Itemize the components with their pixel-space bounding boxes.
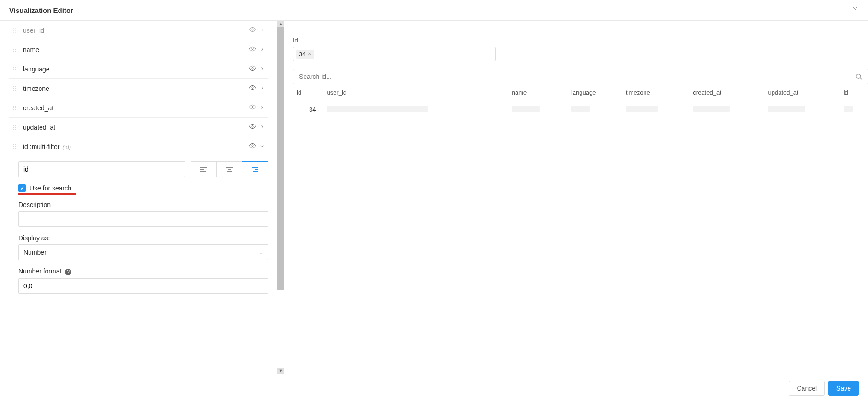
cell-name bbox=[508, 101, 568, 119]
col-updated-at[interactable]: updated_at bbox=[765, 84, 840, 101]
use-for-search-label: Use for search bbox=[29, 184, 71, 192]
filter-tag: 34 ✕ bbox=[296, 50, 314, 59]
search-input[interactable] bbox=[293, 69, 850, 84]
use-for-search-checkbox[interactable]: ✓ bbox=[18, 184, 26, 192]
drag-handle-icon[interactable] bbox=[13, 85, 18, 92]
field-label: id::multi-filter(id) bbox=[23, 143, 249, 150]
field-label: name bbox=[23, 46, 249, 53]
cell-updated-at bbox=[765, 101, 840, 119]
expanded-field-section: ✓ Use for search Description Display as:… bbox=[9, 156, 268, 307]
chevron-right-icon[interactable] bbox=[260, 105, 264, 111]
filter-label: Id bbox=[293, 37, 868, 44]
field-label: language bbox=[23, 65, 249, 73]
page-title: Visualization Editor bbox=[9, 6, 73, 14]
description-input[interactable] bbox=[18, 211, 268, 227]
header: Visualization Editor bbox=[0, 0, 868, 21]
filter-tag-input[interactable]: 34 ✕ bbox=[293, 47, 496, 61]
scroll-up-icon[interactable]: ▲ bbox=[277, 21, 284, 27]
cell-timezone bbox=[622, 101, 689, 119]
main: user_id name language timezone created_a… bbox=[0, 21, 868, 374]
cell-language bbox=[568, 101, 622, 119]
eye-icon[interactable] bbox=[249, 103, 256, 112]
field-label: updated_at bbox=[23, 124, 249, 131]
col-language[interactable]: language bbox=[568, 84, 622, 101]
svg-point-2 bbox=[252, 67, 253, 69]
col-created-at[interactable]: created_at bbox=[689, 84, 764, 101]
close-icon[interactable] bbox=[851, 6, 859, 15]
scrollbar[interactable]: ▲ ▼ bbox=[277, 21, 284, 374]
search-icon bbox=[855, 73, 862, 80]
scrollbar-thumb[interactable] bbox=[277, 27, 284, 290]
cell-user-id bbox=[323, 101, 508, 119]
help-icon[interactable]: ? bbox=[65, 269, 71, 275]
field-label: created_at bbox=[23, 104, 249, 112]
eye-icon[interactable] bbox=[249, 65, 256, 73]
cell-id: 34 bbox=[293, 101, 323, 119]
cell-id-2 bbox=[840, 101, 868, 119]
chevron-right-icon[interactable] bbox=[260, 124, 264, 131]
scroll-down-icon[interactable]: ▼ bbox=[277, 368, 284, 374]
align-left-button[interactable] bbox=[191, 161, 217, 177]
cell-created-at bbox=[689, 101, 764, 119]
col-id-2[interactable]: id bbox=[840, 84, 868, 101]
field-row-id-multi-filter[interactable]: id::multi-filter(id) bbox=[9, 137, 268, 156]
col-user-id[interactable]: user_id bbox=[323, 84, 508, 101]
chevron-right-icon[interactable] bbox=[260, 66, 264, 72]
align-group bbox=[191, 161, 268, 177]
chevron-down-icon[interactable] bbox=[260, 143, 264, 150]
field-row-user-id[interactable]: user_id bbox=[9, 21, 268, 40]
chevron-right-icon[interactable] bbox=[260, 85, 264, 92]
col-timezone[interactable]: timezone bbox=[622, 84, 689, 101]
col-name[interactable]: name bbox=[508, 84, 568, 101]
chevron-down-icon: ⌄ bbox=[259, 250, 263, 255]
number-format-label: Number format ? bbox=[18, 267, 268, 275]
description-label: Description bbox=[18, 201, 268, 208]
field-row-timezone[interactable]: timezone bbox=[9, 79, 268, 98]
checkmark-icon: ✓ bbox=[20, 185, 24, 191]
use-for-search-row[interactable]: ✓ Use for search bbox=[18, 184, 268, 192]
drag-handle-icon[interactable] bbox=[13, 65, 18, 73]
field-label: user_id bbox=[23, 27, 249, 34]
chevron-right-icon[interactable] bbox=[260, 27, 264, 34]
cancel-button[interactable]: Cancel bbox=[789, 381, 825, 396]
svg-point-6 bbox=[252, 145, 253, 147]
field-label: timezone bbox=[23, 85, 249, 92]
eye-icon[interactable] bbox=[249, 26, 256, 35]
field-row-created-at[interactable]: created_at bbox=[9, 98, 268, 118]
drag-handle-icon[interactable] bbox=[13, 143, 18, 150]
field-row-updated-at[interactable]: updated_at bbox=[9, 118, 268, 137]
svg-point-1 bbox=[252, 48, 253, 50]
left-panel: user_id name language timezone created_a… bbox=[0, 21, 277, 374]
search-button[interactable] bbox=[850, 69, 868, 84]
align-center-button[interactable] bbox=[217, 161, 242, 177]
eye-icon[interactable] bbox=[249, 84, 256, 93]
right-panel: Id 34 ✕ id user_id name language timezon… bbox=[284, 21, 868, 374]
field-row-name[interactable]: name bbox=[9, 40, 268, 59]
table-header-row: id user_id name language timezone create… bbox=[293, 84, 868, 101]
display-as-value: Number bbox=[23, 249, 47, 256]
eye-icon[interactable] bbox=[249, 142, 256, 151]
field-row-language[interactable]: language bbox=[9, 59, 268, 79]
svg-point-7 bbox=[856, 74, 861, 78]
drag-handle-icon[interactable] bbox=[13, 46, 18, 53]
results-table: id user_id name language timezone create… bbox=[293, 84, 868, 118]
eye-icon[interactable] bbox=[249, 123, 256, 131]
drag-handle-icon[interactable] bbox=[13, 124, 18, 131]
align-right-button[interactable] bbox=[242, 161, 268, 177]
eye-icon[interactable] bbox=[249, 45, 256, 54]
drag-handle-icon[interactable] bbox=[13, 104, 18, 112]
col-id[interactable]: id bbox=[293, 84, 323, 101]
svg-point-5 bbox=[252, 125, 253, 127]
field-name-input[interactable] bbox=[18, 161, 185, 177]
display-as-select[interactable]: Number ⌄ bbox=[18, 244, 268, 260]
save-button[interactable]: Save bbox=[828, 381, 859, 396]
display-as-label: Display as: bbox=[18, 234, 268, 242]
highlight-underline bbox=[18, 193, 76, 195]
svg-point-4 bbox=[252, 106, 253, 108]
remove-tag-icon[interactable]: ✕ bbox=[307, 51, 311, 57]
footer: Cancel Save bbox=[0, 374, 868, 402]
drag-handle-icon[interactable] bbox=[13, 27, 18, 34]
chevron-right-icon[interactable] bbox=[260, 47, 264, 53]
number-format-input[interactable] bbox=[18, 278, 268, 294]
table-row[interactable]: 34 bbox=[293, 101, 868, 119]
